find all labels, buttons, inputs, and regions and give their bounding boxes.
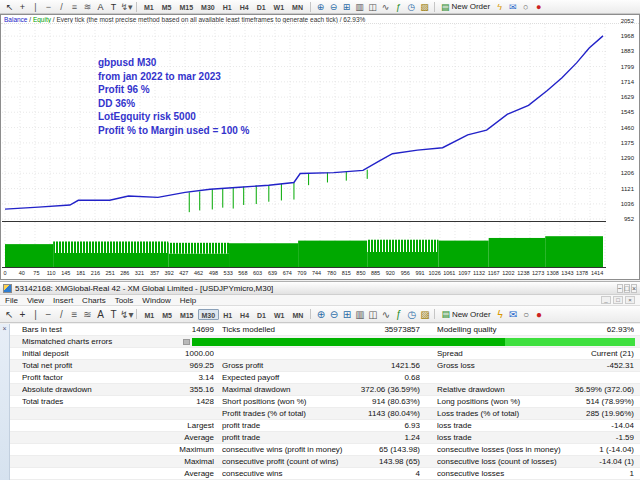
report-row: Averageprofit trade1.24loss trade-1.59 [10, 432, 640, 444]
x-tick-label: 216 [91, 270, 100, 276]
pointer-icon[interactable]: ↖ [3, 307, 16, 321]
crosshair-icon[interactable]: + [16, 307, 29, 321]
report-value: Maximal [128, 456, 214, 468]
mdi-restore-button[interactable]: □ [613, 296, 623, 304]
menu-file[interactable]: File [5, 296, 18, 305]
autotrading-icon[interactable]: ● [533, 307, 546, 321]
channels-icon[interactable]: ≋ [81, 307, 94, 321]
channels-icon[interactable]: ≋ [81, 1, 94, 13]
horizontal-line-icon[interactable]: − [42, 307, 55, 321]
timeframe-h1-button[interactable]: H1 [219, 1, 236, 12]
mailbox-icon[interactable]: ✉ [506, 1, 519, 13]
line-chart-icon[interactable]: ∿ [379, 307, 392, 321]
fibonacci-icon[interactable]: ≡ [68, 307, 81, 321]
vertical-line-icon[interactable]: | [29, 1, 42, 13]
text-label-icon[interactable]: T [107, 1, 120, 13]
menu-tools[interactable]: Tools [115, 296, 134, 305]
mailbox-icon[interactable]: ✉ [507, 307, 520, 321]
templates-icon[interactable]: ▨ [418, 1, 431, 13]
x-tick-label: 1414 [591, 270, 603, 276]
vertical-line-icon[interactable]: | [29, 307, 42, 321]
bar-chart-icon[interactable]: ▥ [353, 307, 366, 321]
pointer-icon[interactable]: ↖ [3, 1, 16, 13]
report-value: 3.14 [128, 372, 214, 384]
timeframe-m15-button[interactable]: M15 [176, 309, 198, 320]
text-icon[interactable]: A [94, 307, 107, 321]
timeframe-m1-button[interactable]: M1 [140, 309, 158, 320]
arrows-dropdown-icon[interactable]: ↯▾ [120, 1, 133, 13]
close-terminal-button[interactable]: × [0, 324, 9, 334]
timeframe-mn-button[interactable]: MN [288, 1, 307, 12]
zoom-in-icon[interactable]: ⊕ [314, 307, 327, 321]
timeframe-mn-button[interactable]: MN [288, 309, 307, 320]
alerts-icon[interactable]: ϟ [493, 1, 506, 13]
timeframe-d1-button[interactable]: D1 [253, 309, 270, 320]
timeframe-w1-button[interactable]: W1 [270, 309, 289, 320]
x-tick-label: 674 [283, 270, 292, 276]
zoom-out-icon[interactable]: ⊖ [327, 307, 340, 321]
timeframe-h4-button[interactable]: H4 [236, 1, 253, 12]
minimize-button[interactable]: − [617, 284, 623, 293]
menu-bar: FileViewInsertChartsToolsWindowHelp_□× [0, 295, 640, 306]
timeframe-h1-button[interactable]: H1 [219, 309, 236, 320]
indicators-icon[interactable]: ƒ [392, 307, 405, 321]
trendline-icon[interactable]: / [55, 307, 68, 321]
close-button[interactable]: × [631, 284, 637, 293]
candlestick-chart-icon[interactable]: ◫ [366, 307, 379, 321]
periods-icon[interactable]: ◷ [405, 307, 418, 321]
zoom-in-icon[interactable]: ⊕ [314, 1, 327, 13]
timeframe-m15-button[interactable]: M15 [175, 1, 197, 12]
mdi-window-controls: _□× [601, 296, 635, 304]
text-label-icon[interactable]: T [107, 307, 120, 321]
report-value: Average [128, 432, 214, 444]
templates-icon[interactable]: ▨ [418, 307, 431, 321]
timeframe-w1-button[interactable]: W1 [270, 1, 289, 12]
timeframe-h4-button[interactable]: H4 [236, 309, 253, 320]
report-value: 65 (143.98) [310, 444, 420, 456]
text-icon[interactable]: A [94, 1, 107, 13]
bar-chart-icon[interactable]: ▥ [353, 1, 366, 13]
timeframe-d1-button[interactable]: D1 [253, 1, 270, 12]
menu-help[interactable]: Help [180, 296, 196, 305]
timeframe-m30-button[interactable]: M30 [198, 309, 220, 320]
trendline-icon[interactable]: / [55, 1, 68, 13]
crosshair-icon[interactable]: + [16, 1, 29, 13]
maximize-button[interactable]: □ [624, 284, 630, 293]
periods-icon[interactable]: ◷ [405, 1, 418, 13]
x-tick-label: 1378 [576, 270, 588, 276]
horizontal-line-icon[interactable]: − [42, 1, 55, 13]
timeframe-m30-button[interactable]: M30 [197, 1, 219, 12]
autotrading-icon[interactable]: ● [532, 1, 545, 13]
x-tick-label: 40 [19, 270, 25, 276]
tile-windows-icon[interactable]: ⊞ [340, 307, 353, 321]
candlestick-chart-icon[interactable]: ◫ [366, 1, 379, 13]
report-value: 1143 (80.04%) [310, 408, 420, 420]
arrows-dropdown-icon[interactable]: ↯▾ [120, 307, 133, 321]
menu-view[interactable]: View [27, 296, 44, 305]
x-tick-label: 321 [135, 270, 144, 276]
timeframe-m5-button[interactable]: M5 [158, 309, 176, 320]
y-tick-label: 952 [624, 216, 634, 222]
line-chart-icon[interactable]: ∿ [379, 1, 392, 13]
search-icon[interactable]: ○ [519, 1, 532, 13]
menu-charts[interactable]: Charts [82, 296, 106, 305]
lots-bars-comb [53, 241, 168, 252]
menu-insert[interactable]: Insert [53, 296, 73, 305]
report-row: Initial deposit1000.00SpreadCurrent (21) [10, 348, 640, 360]
x-tick-label: 533 [224, 270, 233, 276]
mdi-close-button[interactable]: × [625, 296, 635, 304]
menu-window[interactable]: Window [142, 296, 170, 305]
fibonacci-icon[interactable]: ≡ [68, 1, 81, 13]
mt4-application: ↖+|−/≡≋AT↯▾M1M5M15M30H1H4D1W1MN⊕⊖⊞▥◫∿ƒ◷▨… [0, 0, 640, 480]
tile-windows-icon[interactable]: ⊞ [340, 1, 353, 13]
timeframe-m5-button[interactable]: M5 [158, 1, 176, 12]
report-value: -14.04 [490, 420, 634, 432]
search-icon[interactable]: ○ [520, 307, 533, 321]
indicators-icon[interactable]: ƒ [392, 1, 405, 13]
zoom-out-icon[interactable]: ⊖ [327, 1, 340, 13]
timeframe-m1-button[interactable]: M1 [140, 1, 158, 12]
mdi-minimize-button[interactable]: _ [601, 296, 611, 304]
new-order-button[interactable]: ▤New Order [438, 2, 493, 12]
new-order-button[interactable]: ▤New Order [438, 309, 493, 319]
alerts-icon[interactable]: ϟ [494, 307, 507, 321]
